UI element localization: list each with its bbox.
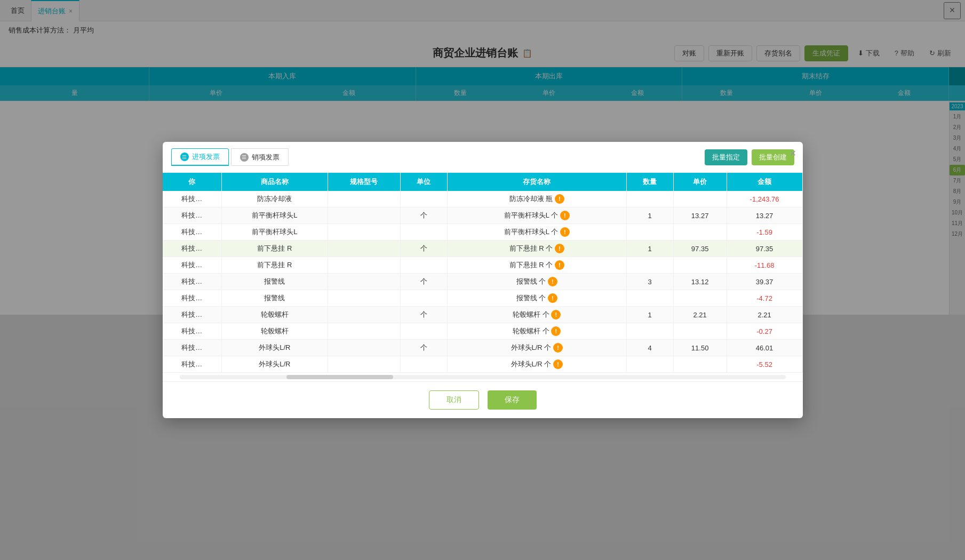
batch-create-button[interactable]: 批量创建 bbox=[752, 149, 794, 165]
table-cell: 报警线 bbox=[222, 290, 328, 307]
table-row: 科技…外球头L/R外球头L/R 个 !-5.52 bbox=[163, 356, 803, 373]
table-cell: -4.72 bbox=[727, 290, 802, 307]
table-header-row: 你 商品名称 规格型号 单位 存货名称 数量 单价 金额 bbox=[163, 173, 803, 191]
table-cell: 1 bbox=[626, 307, 673, 323]
table-cell: 97.35 bbox=[727, 241, 802, 257]
table-cell: -0.27 bbox=[727, 323, 802, 340]
warning-icon: ! bbox=[551, 326, 561, 336]
table-cell: 前平衡杆球头L bbox=[222, 207, 328, 224]
th-price: 单价 bbox=[673, 173, 727, 191]
table-cell bbox=[626, 257, 673, 274]
warning-icon: ! bbox=[555, 244, 564, 253]
table-cell: 13.12 bbox=[673, 274, 727, 290]
tab-input-invoice[interactable]: ☰ 进项发票 bbox=[171, 148, 229, 166]
table-cell bbox=[328, 290, 400, 307]
table-cell bbox=[626, 323, 673, 340]
table-cell: -1.59 bbox=[727, 224, 802, 241]
table-cell bbox=[673, 323, 727, 340]
table-cell bbox=[328, 191, 400, 207]
th-quantity: 数量 bbox=[626, 173, 673, 191]
modal-header: ☰ 进项发票 ☰ 销项发票 批量指定 批量创建 × bbox=[163, 142, 803, 173]
modal-table-wrapper[interactable]: 你 商品名称 规格型号 单位 存货名称 数量 单价 金额 科技…防冻冷却液防冻冷… bbox=[163, 173, 803, 373]
table-cell: 前下悬挂 R bbox=[222, 241, 328, 257]
warning-icon: ! bbox=[553, 343, 563, 353]
table-cell bbox=[400, 257, 447, 274]
table-cell: 前平衡杆球头L 个 ! bbox=[447, 224, 626, 241]
table-cell: -5.52 bbox=[727, 356, 802, 373]
table-cell: 报警线 bbox=[222, 274, 328, 290]
modal-close-button[interactable]: × bbox=[790, 147, 796, 159]
input-invoice-tab-icon: ☰ bbox=[180, 153, 189, 161]
table-cell: 个 bbox=[400, 241, 447, 257]
table-cell: 科技… bbox=[163, 323, 222, 340]
table-cell: 2.21 bbox=[727, 307, 802, 323]
table-cell: 个 bbox=[400, 274, 447, 290]
modal-scrollbar-thumb[interactable] bbox=[286, 375, 393, 379]
table-cell bbox=[328, 356, 400, 373]
warning-icon: ! bbox=[551, 310, 561, 319]
table-cell bbox=[673, 257, 727, 274]
table-cell: -1,243.76 bbox=[727, 191, 802, 207]
modal-scrollbar-track[interactable] bbox=[180, 375, 786, 379]
table-cell: 4 bbox=[626, 340, 673, 356]
table-cell bbox=[328, 224, 400, 241]
table-cell bbox=[328, 274, 400, 290]
table-cell: 防冻冷却液 bbox=[222, 191, 328, 207]
table-cell bbox=[328, 241, 400, 257]
table-cell bbox=[400, 191, 447, 207]
table-cell bbox=[328, 207, 400, 224]
table-row: 科技…报警线报警线 个 !-4.72 bbox=[163, 290, 803, 307]
table-row: 科技…前下悬挂 R个前下悬挂 R 个 !197.3597.35 bbox=[163, 241, 803, 257]
table-cell: 科技… bbox=[163, 290, 222, 307]
table-cell: 前平衡杆球头L 个 ! bbox=[447, 207, 626, 224]
warning-icon: ! bbox=[548, 277, 557, 286]
table-cell: 防冻冷却液 瓶 ! bbox=[447, 191, 626, 207]
table-cell bbox=[626, 290, 673, 307]
table-cell: 科技… bbox=[163, 257, 222, 274]
table-cell: 科技… bbox=[163, 307, 222, 323]
table-cell bbox=[328, 307, 400, 323]
table-cell bbox=[400, 290, 447, 307]
table-cell: 13.27 bbox=[727, 207, 802, 224]
table-row: 科技…报警线个报警线 个 !313.1239.37 bbox=[163, 274, 803, 290]
table-cell: 轮毂螺杆 个 ! bbox=[447, 323, 626, 340]
table-cell: 轮毂螺杆 bbox=[222, 323, 328, 340]
table-cell: 报警线 个 ! bbox=[447, 274, 626, 290]
table-cell: 13.27 bbox=[673, 207, 727, 224]
table-cell bbox=[626, 191, 673, 207]
table-cell: 前下悬挂 R 个 ! bbox=[447, 257, 626, 274]
table-cell: 前平衡杆球头L bbox=[222, 224, 328, 241]
table-cell: 个 bbox=[400, 307, 447, 323]
input-invoice-tab-label: 进项发票 bbox=[192, 152, 220, 162]
table-cell bbox=[626, 356, 673, 373]
batch-assign-button[interactable]: 批量指定 bbox=[705, 149, 747, 165]
table-cell: 前下悬挂 R bbox=[222, 257, 328, 274]
table-cell bbox=[673, 356, 727, 373]
table-cell bbox=[673, 290, 727, 307]
table-cell: 报警线 个 ! bbox=[447, 290, 626, 307]
table-row: 科技…外球头L/R个外球头L/R 个 !411.5046.01 bbox=[163, 340, 803, 356]
table-cell: 科技… bbox=[163, 224, 222, 241]
invoice-table-body: 科技…防冻冷却液防冻冷却液 瓶 !-1,243.76科技…前平衡杆球头L个前平衡… bbox=[163, 191, 803, 373]
table-cell bbox=[400, 323, 447, 340]
table-cell bbox=[400, 224, 447, 241]
table-cell: 1 bbox=[626, 241, 673, 257]
table-cell: 外球头L/R bbox=[222, 356, 328, 373]
table-cell: 科技… bbox=[163, 207, 222, 224]
save-button[interactable]: 保存 bbox=[488, 390, 537, 410]
tab-output-invoice[interactable]: ☰ 销项发票 bbox=[231, 148, 289, 166]
warning-icon: ! bbox=[553, 359, 563, 369]
th-amount: 金额 bbox=[727, 173, 802, 191]
modal-header-actions: 批量指定 批量创建 bbox=[705, 149, 794, 165]
cancel-button[interactable]: 取消 bbox=[429, 390, 479, 410]
table-cell bbox=[400, 356, 447, 373]
th-inventory: 存货名称 bbox=[447, 173, 626, 191]
modal-footer: 取消 保存 bbox=[163, 381, 803, 418]
th-spec: 规格型号 bbox=[328, 173, 400, 191]
table-cell: 科技… bbox=[163, 241, 222, 257]
table-cell bbox=[673, 224, 727, 241]
table-row: 科技…前平衡杆球头L个前平衡杆球头L 个 !113.2713.27 bbox=[163, 207, 803, 224]
table-cell: 97.35 bbox=[673, 241, 727, 257]
table-row: 科技…轮毂螺杆个轮毂螺杆 个 !12.212.21 bbox=[163, 307, 803, 323]
table-cell: 轮毂螺杆 bbox=[222, 307, 328, 323]
